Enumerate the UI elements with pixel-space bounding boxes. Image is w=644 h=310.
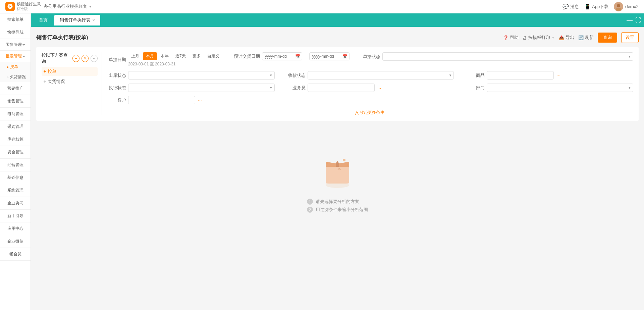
expected-date-to-input[interactable]: [309, 52, 350, 60]
export-icon: 📤: [559, 35, 564, 40]
filter-item-expected-date: 预计交货日期 📅 —: [233, 52, 350, 60]
receipt-status-select[interactable]: [308, 71, 454, 80]
refresh-icon: 🔄: [578, 35, 584, 40]
filter-option-欠货情况[interactable]: 欠货情况: [42, 77, 98, 86]
salesperson-input[interactable]: [308, 84, 375, 92]
svg-point-6: [326, 162, 328, 164]
collapse-row: ⋀ 收起更多条件: [106, 108, 633, 115]
salesperson-dots-btn[interactable]: ···: [376, 85, 383, 91]
dept-select[interactable]: [487, 84, 633, 92]
inventory-label: 库存核算: [7, 137, 23, 142]
newbie-label: 新手引导: [7, 213, 23, 218]
filter-sidebar-header: 按以下方案查询 + ✎ «: [42, 52, 98, 64]
sidebar-item-system[interactable]: 系统管理: [0, 184, 31, 197]
query-button[interactable]: 查询: [598, 33, 617, 43]
collapse-label: 收起更多条件: [360, 110, 384, 115]
message-button[interactable]: 💬 消息: [562, 4, 579, 10]
sidebar-sub-item-欠货情况[interactable]: ○ 欠货情况: [0, 72, 31, 82]
filter-row-3: 执行状态 ▼ 业务员: [106, 84, 633, 92]
tab-active[interactable]: 销售订单执行表 ×: [54, 15, 100, 25]
app-download-label: App下载: [592, 4, 608, 10]
export-button[interactable]: 📤 导出: [559, 35, 574, 41]
sidebar-item-purchase[interactable]: 采购管理: [0, 120, 31, 133]
page-title: 销售订单执行表(按单): [36, 34, 88, 41]
settings-button[interactable]: 设置: [621, 32, 639, 43]
tab-bar-actions: — ⛶: [627, 17, 641, 24]
filter-item-receipt-status: 收款状态 ▼: [285, 71, 454, 80]
tab-home[interactable]: 首页: [34, 15, 53, 25]
date-tab-this-year[interactable]: 本年: [158, 52, 172, 60]
refresh-label: 刷新: [585, 35, 594, 41]
app-download-button[interactable]: 📱 App下载: [584, 4, 608, 10]
sidebar-item-sales[interactable]: 销售管理: [0, 95, 31, 108]
sidebar-sub-item-按单[interactable]: ● 按单: [0, 62, 31, 72]
receipt-status-label: 收款状态: [285, 72, 306, 79]
salesperson-input-group: ···: [308, 84, 383, 92]
status-select[interactable]: [382, 52, 633, 61]
top-bar-right: 💬 消息 📱 App下载 demo2: [562, 2, 639, 11]
date-tab-this-month[interactable]: 本月: [143, 52, 157, 60]
customer-dots-btn[interactable]: ···: [197, 98, 203, 103]
empty-steps-list: 1 请先选择要分析的方案 2 用过滤条件来缩小分析范围: [307, 199, 368, 215]
member-label: 畅会员: [9, 252, 21, 256]
product-dots-btn[interactable]: ···: [555, 73, 562, 78]
filter-row-1: 单据日期 上月 本月 本年 近7天 更多 自定义: [106, 52, 633, 67]
sidebar-item-search-menu[interactable]: 搜索菜单: [0, 13, 31, 26]
tab-close-icon[interactable]: ×: [92, 17, 95, 23]
sidebar-item-finance[interactable]: 资金管理: [0, 146, 31, 159]
tab-home-label: 首页: [39, 17, 48, 23]
breadcrumb[interactable]: 办公用品行业模拟账套 ▼: [44, 3, 92, 9]
sidebar-item-wechat[interactable]: 企业微信: [0, 235, 31, 248]
sidebar-item-retail[interactable]: 零售管理: [0, 39, 31, 51]
sub-item-icon: ●: [7, 65, 9, 69]
expected-date-to-wrapper: 📅: [309, 52, 350, 60]
print-button[interactable]: 🖨 按模板打印 ▼: [523, 35, 555, 41]
wholesale-arrow-icon: [22, 56, 25, 57]
add-scheme-button[interactable]: +: [72, 55, 79, 62]
sidebar-item-app-center[interactable]: 应用中心: [0, 222, 31, 235]
ship-status-wrapper: ▼: [128, 71, 275, 80]
sidebar-item-inventory[interactable]: 库存核算: [0, 133, 31, 146]
sidebar-item-newbie[interactable]: 新手引导: [0, 210, 31, 222]
ship-status-select[interactable]: [128, 71, 275, 80]
print-icon: 🖨: [523, 35, 527, 40]
filter-row-2: 出库状态 ▼ 收款状态: [106, 71, 633, 80]
step-2-text: 用过滤条件来缩小分析范围: [316, 207, 368, 213]
tab-maximize-icon[interactable]: ⛶: [635, 17, 641, 24]
product-input[interactable]: [487, 71, 554, 80]
tab-minimize-icon[interactable]: —: [627, 17, 633, 24]
logo-text-block: 畅捷通好生意 标准版: [17, 2, 41, 11]
svg-point-5: [346, 164, 348, 166]
product-label: 商品: [465, 72, 485, 79]
date-dash: —: [304, 54, 308, 59]
user-area[interactable]: demo2: [614, 2, 639, 11]
collapse-sidebar-button[interactable]: «: [91, 55, 98, 62]
sidebar: 搜索菜单 快捷导航 零售管理 批发管理 ● 按单: [0, 13, 31, 310]
sidebar-item-operations[interactable]: 经营管理: [0, 159, 31, 171]
expected-date-from-input[interactable]: [262, 52, 302, 60]
expected-date-from-wrapper: 📅: [262, 52, 302, 60]
sidebar-item-enterprise[interactable]: 企业协同: [0, 197, 31, 210]
filter-option-按单[interactable]: 按单: [42, 67, 98, 76]
help-button[interactable]: ❓ 帮助: [503, 35, 519, 41]
edit-scheme-button[interactable]: ✎: [82, 55, 89, 62]
sub-item-2-label: 欠货情况: [10, 74, 26, 79]
wechat-label: 企业微信: [7, 239, 23, 244]
dept-wrapper: ▼: [487, 84, 633, 92]
customer-input[interactable]: [128, 96, 195, 104]
sidebar-item-wholesale[interactable]: 批发管理: [0, 51, 31, 62]
sidebar-item-ecommerce[interactable]: 电商管理: [0, 108, 31, 120]
exec-status-select[interactable]: [128, 84, 275, 92]
tab-active-label: 销售订单执行表: [60, 17, 90, 23]
sidebar-item-member[interactable]: 畅会员: [0, 248, 31, 261]
date-tab-7days[interactable]: 近7天: [172, 52, 189, 60]
sidebar-item-quick-nav[interactable]: 快捷导航: [0, 26, 31, 39]
date-tab-custom[interactable]: 自定义: [204, 52, 222, 60]
collapse-button[interactable]: ⋀ 收起更多条件: [355, 110, 384, 115]
date-tab-last-month[interactable]: 上月: [128, 52, 142, 60]
date-tab-more[interactable]: 更多: [190, 52, 204, 60]
refresh-button[interactable]: 🔄 刷新: [578, 35, 594, 41]
sidebar-item-basic-info[interactable]: 基础信息: [0, 171, 31, 184]
filter-main: 单据日期 上月 本月 本年 近7天 更多 自定义: [106, 52, 633, 115]
sidebar-item-marketing[interactable]: 营销推广: [0, 82, 31, 95]
